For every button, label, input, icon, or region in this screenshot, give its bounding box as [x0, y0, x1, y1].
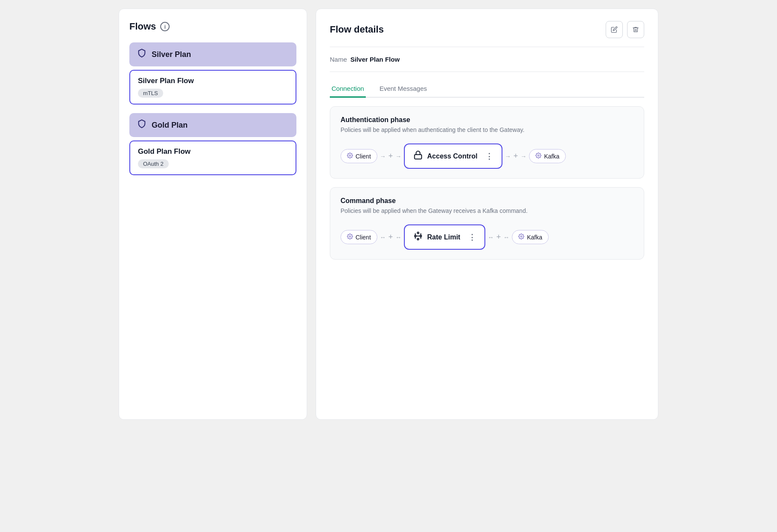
- tab-event-messages[interactable]: Event Messages: [378, 81, 429, 98]
- flow-name-value: Silver Plan Flow: [350, 56, 400, 63]
- bi-arrow-4: ↔: [503, 234, 509, 241]
- auth-kafka-label: Kafka: [544, 153, 559, 160]
- arrow-1: →: [380, 153, 386, 160]
- silver-plan-label: Silver Plan: [152, 50, 191, 59]
- svg-rect-1: [415, 155, 422, 159]
- bi-arrow-1: ↔: [380, 234, 386, 241]
- silver-plan-flow-title: Silver Plan Flow: [138, 77, 288, 85]
- cmd-kafka-gear-icon: [518, 233, 524, 241]
- rate-limit-more-icon[interactable]: ⋮: [468, 233, 476, 242]
- more-options-icon[interactable]: ⋮: [485, 152, 493, 161]
- gold-plan-label: Gold Plan: [152, 121, 188, 130]
- tabs: Connection Event Messages: [330, 81, 644, 98]
- tab-connection[interactable]: Connection: [330, 81, 366, 98]
- access-control-node[interactable]: Access Control ⋮: [404, 143, 502, 169]
- header-divider: [330, 47, 644, 47]
- silver-plan-flow-badge: mTLS: [138, 89, 163, 98]
- auth-kafka-node[interactable]: Kafka: [529, 149, 566, 163]
- plus-1[interactable]: +: [388, 152, 393, 161]
- access-control-label: Access Control: [427, 152, 477, 160]
- flows-title: Flows: [129, 21, 156, 32]
- client-gear-icon: [347, 152, 353, 160]
- silver-plan-flow-item[interactable]: Silver Plan Flow mTLS: [129, 70, 296, 105]
- flow-details-header: Flow details: [330, 21, 644, 38]
- flow-name-label: Name: [330, 56, 347, 63]
- svg-point-3: [349, 236, 351, 237]
- name-divider: [330, 72, 644, 72]
- authentication-phase-section: Authentication phase Policies will be ap…: [330, 106, 644, 179]
- command-flow-diagram: Client ↔ + ↔: [341, 224, 634, 250]
- flows-header: Flows i: [129, 21, 296, 32]
- plus-2[interactable]: +: [514, 152, 518, 161]
- auth-client-label: Client: [356, 153, 371, 160]
- command-phase-title: Command phase: [341, 197, 634, 205]
- cmd-client-node[interactable]: Client: [341, 230, 377, 244]
- authentication-phase-desc: Policies will be applied when authentica…: [341, 126, 634, 133]
- svg-point-6: [520, 236, 522, 237]
- flow-details-title: Flow details: [330, 24, 384, 35]
- gold-plan-flow-item[interactable]: Gold Plan Flow OAuth 2: [129, 140, 296, 175]
- cmd-client-gear-icon: [347, 233, 353, 241]
- command-phase-section: Command phase Policies will be applied w…: [330, 187, 644, 260]
- gold-plan-flow-badge: OAuth 2: [138, 159, 169, 168]
- svg-point-0: [349, 155, 351, 156]
- plus-3[interactable]: +: [388, 233, 393, 242]
- rate-limit-node[interactable]: Rate Limit ⋮: [404, 224, 485, 250]
- cmd-client-label: Client: [356, 234, 371, 241]
- authentication-phase-title: Authentication phase: [341, 116, 634, 124]
- bi-arrow-2: ↔: [395, 234, 401, 241]
- shield-icon-silver: [137, 48, 146, 60]
- flow-name-row: Name Silver Plan Flow: [330, 56, 644, 63]
- arrow-3: →: [505, 153, 511, 160]
- cmd-kafka-label: Kafka: [527, 234, 542, 241]
- gold-plan-flow-title: Gold Plan Flow: [138, 147, 288, 156]
- header-actions: [606, 21, 644, 38]
- rate-limit-label: Rate Limit: [427, 233, 460, 241]
- right-panel: Flow details: [316, 9, 658, 420]
- bi-arrow-3: ↔: [488, 234, 494, 241]
- left-panel: Flows i Silver Plan Silver Plan Flow mTL…: [119, 9, 307, 420]
- shield-icon-gold: [137, 119, 146, 131]
- arrow-2: →: [395, 153, 401, 160]
- auth-client-node[interactable]: Client: [341, 149, 377, 163]
- authentication-flow-diagram: Client → + → Access Control ⋮ →: [341, 143, 634, 169]
- plus-4[interactable]: +: [496, 233, 501, 242]
- cmd-kafka-node[interactable]: Kafka: [512, 230, 549, 244]
- lock-icon: [413, 150, 423, 162]
- silver-plan-item[interactable]: Silver Plan: [129, 42, 296, 66]
- svg-point-2: [538, 155, 539, 156]
- edit-button[interactable]: [606, 21, 623, 38]
- command-phase-desc: Policies will be applied when the Gatewa…: [341, 207, 634, 214]
- kafka-gear-icon: [535, 152, 541, 160]
- delete-button[interactable]: [627, 21, 644, 38]
- arrow-4: →: [520, 153, 526, 160]
- rate-limit-icon: [413, 231, 423, 243]
- gold-plan-item[interactable]: Gold Plan: [129, 113, 296, 137]
- info-icon[interactable]: i: [160, 22, 170, 31]
